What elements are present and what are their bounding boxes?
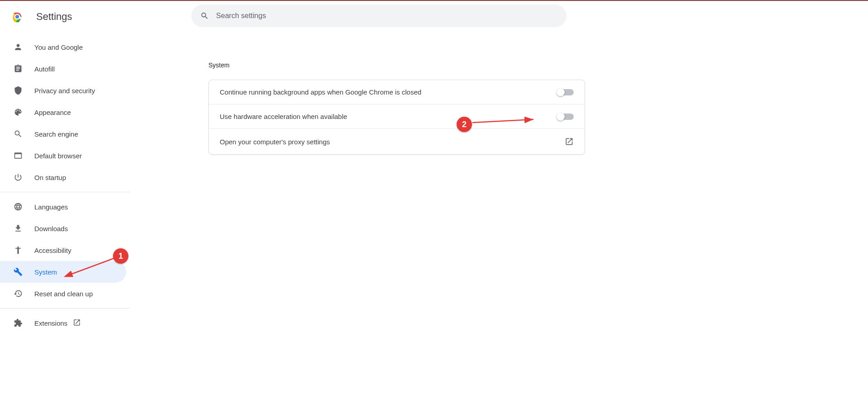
sidebar-item-accessibility[interactable]: Accessibility bbox=[0, 239, 126, 261]
clipboard-icon bbox=[13, 63, 24, 74]
header: Settings bbox=[0, 0, 868, 33]
main-content: System Continue running background apps … bbox=[130, 33, 868, 408]
sidebar-item-extensions[interactable]: Extensions bbox=[0, 312, 126, 334]
palette-icon bbox=[13, 107, 24, 118]
sidebar-item-label: Default browser bbox=[34, 152, 82, 160]
search-input[interactable] bbox=[216, 12, 557, 20]
settings-card: Continue running background apps when Go… bbox=[208, 80, 585, 155]
sidebar[interactable]: You and GoogleAutofillPrivacy and securi… bbox=[0, 33, 130, 408]
sidebar-item-label: Languages bbox=[34, 203, 68, 211]
sidebar-item-appearance[interactable]: Appearance bbox=[0, 101, 126, 123]
sidebar-item-search-engine[interactable]: Search engine bbox=[0, 123, 126, 145]
sidebar-item-label: You and Google bbox=[34, 43, 83, 51]
sidebar-item-label: Reset and clean up bbox=[34, 290, 93, 298]
sidebar-item-label: Autofill bbox=[34, 65, 55, 73]
sidebar-item-label: Appearance bbox=[34, 109, 71, 116]
setting-row-proxy[interactable]: Open your computer's proxy settings bbox=[209, 129, 585, 154]
power-icon bbox=[13, 172, 24, 183]
sidebar-item-label: Downloads bbox=[34, 225, 68, 232]
accessibility-icon bbox=[13, 245, 24, 256]
nav-divider bbox=[0, 308, 130, 308]
search-icon bbox=[200, 11, 209, 20]
open-external-icon bbox=[73, 318, 81, 327]
settings-row-label: Use hardware acceleration when available bbox=[220, 113, 347, 120]
toggle-hardware-accel[interactable] bbox=[557, 114, 574, 120]
section-title: System bbox=[208, 62, 850, 69]
sidebar-item-label: Search engine bbox=[34, 130, 78, 138]
toggle-background-apps[interactable] bbox=[557, 89, 574, 95]
nav-divider bbox=[0, 192, 130, 192]
setting-row-hardware-accel[interactable]: Use hardware acceleration when available bbox=[209, 104, 585, 129]
page-title: Settings bbox=[36, 11, 72, 23]
extension-icon bbox=[13, 318, 24, 328]
chrome-logo-icon bbox=[11, 10, 24, 23]
sidebar-item-label: Accessibility bbox=[34, 247, 71, 254]
sidebar-item-default-browser[interactable]: Default browser bbox=[0, 145, 126, 166]
sidebar-item-system[interactable]: System bbox=[0, 261, 126, 283]
shield-icon bbox=[13, 85, 24, 96]
sidebar-item-you-and-google[interactable]: You and Google bbox=[0, 36, 126, 58]
open-external-icon bbox=[565, 137, 574, 146]
sidebar-item-privacy-and-security[interactable]: Privacy and security bbox=[0, 80, 126, 101]
setting-row-background-apps[interactable]: Continue running background apps when Go… bbox=[209, 80, 585, 104]
svg-point-1 bbox=[15, 15, 19, 19]
search-bar[interactable] bbox=[191, 5, 566, 27]
sidebar-item-on-startup[interactable]: On startup bbox=[0, 166, 126, 188]
wrench-icon bbox=[13, 266, 24, 277]
sidebar-item-languages[interactable]: Languages bbox=[0, 196, 126, 218]
sidebar-item-label: Extensions bbox=[34, 319, 67, 327]
sidebar-item-label: On startup bbox=[34, 174, 66, 181]
browser-icon bbox=[13, 150, 24, 161]
sidebar-item-downloads[interactable]: Downloads bbox=[0, 218, 126, 239]
svg-point-3 bbox=[17, 247, 19, 248]
search-icon bbox=[13, 128, 24, 139]
sidebar-item-label: System bbox=[34, 268, 57, 276]
globe-icon bbox=[13, 201, 24, 212]
sidebar-item-autofill[interactable]: Autofill bbox=[0, 58, 126, 80]
settings-row-label: Open your computer's proxy settings bbox=[220, 138, 330, 146]
sidebar-item-reset-and-clean-up[interactable]: Reset and clean up bbox=[0, 283, 126, 304]
sidebar-item-label: Privacy and security bbox=[34, 87, 95, 95]
history-icon bbox=[13, 288, 24, 299]
settings-row-label: Continue running background apps when Go… bbox=[220, 88, 421, 96]
person-icon bbox=[13, 42, 24, 52]
download-icon bbox=[13, 223, 24, 234]
